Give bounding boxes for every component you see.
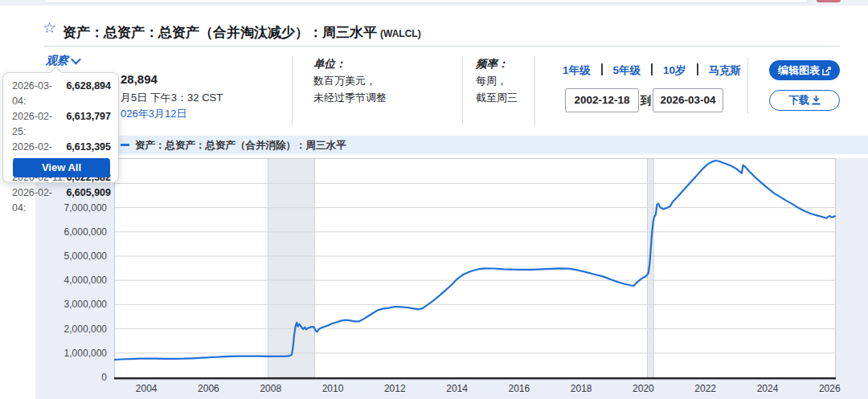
browser-bar-remnant <box>44 0 808 2</box>
range-option-1y[interactable]: 1年级 <box>563 64 591 76</box>
title-divider <box>44 46 840 47</box>
x-axis-label: 2008 <box>247 383 295 394</box>
range-separator <box>697 63 698 75</box>
next-release-link-fragment[interactable]: 026年3月12日 <box>121 107 186 121</box>
frequency-section: 频率： 每周， 截至周三 <box>476 55 518 106</box>
y-axis-label: 4,000,000 <box>35 275 107 286</box>
recession-band <box>268 158 315 377</box>
units-section: 单位： 数百万美元， 未经过季节调整 <box>313 55 387 106</box>
observation-date: 2026-02-25: <box>12 109 66 140</box>
line-chart-plot[interactable] <box>114 158 836 380</box>
y-axis-label: 6,000,000 <box>35 226 107 238</box>
range-separator <box>601 63 603 75</box>
range-option-10y[interactable]: 10岁 <box>663 64 686 76</box>
favorite-star-icon[interactable]: ☆ <box>43 20 56 36</box>
x-axis-label: 2020 <box>619 383 667 394</box>
units-line1: 数百万美元， <box>313 72 387 89</box>
y-axis-label: 0 <box>35 372 107 383</box>
units-line2: 未经过季节调整 <box>313 89 387 106</box>
observation-value: 6,605,909 <box>66 185 111 216</box>
range-option-5y[interactable]: 5年级 <box>613 64 641 76</box>
browser-red-indicator <box>817 0 841 2</box>
column-divider <box>292 56 293 125</box>
observations-popup: 2026-03-04:6,628,8942026-02-25:6,613,797… <box>2 72 119 183</box>
observation-row: 2026-02-25:6,613,797 <box>12 109 111 140</box>
x-axis-label: 2024 <box>743 383 792 394</box>
observation-rows: 2026-03-04:6,628,8942026-02-25:6,613,797… <box>12 79 111 216</box>
y-axis-label: 3,000,000 <box>35 299 107 310</box>
observation-date: 2026-03-04: <box>12 79 66 109</box>
x-axis-label: 2004 <box>122 383 170 394</box>
y-axis-label: 1,000,000 <box>35 348 107 359</box>
units-label: 单位： <box>313 55 387 72</box>
frequency-label: 频率： <box>476 55 518 72</box>
page-title: 资产：总资产：总资产（合并淘汰减少）：周三水平(WALCL) <box>63 23 421 42</box>
range-option-max[interactable]: 马克斯 <box>709 64 742 76</box>
frequency-line1: 每周， <box>476 72 518 89</box>
x-axis-label: 2010 <box>309 383 357 394</box>
legend-series-label: 资产：总资产：总资产（合并消除）：周三水平 <box>135 139 346 153</box>
edit-graph-button[interactable]: 编辑图表 <box>769 60 840 80</box>
x-axis-label: 2012 <box>371 383 419 394</box>
x-axis-label: 2018 <box>557 383 605 394</box>
column-divider <box>747 58 748 114</box>
range-separator <box>651 63 653 75</box>
y-axis-label: 5,000,000 <box>35 250 107 262</box>
browser-chrome-remnant <box>0 0 868 6</box>
series-id: (WALCL) <box>380 28 421 39</box>
observation-date: 2026-02-04: <box>12 185 66 216</box>
edit-icon <box>822 67 831 75</box>
current-value-fragment: 28,894 <box>121 72 158 86</box>
chevron-down-icon <box>71 55 81 65</box>
download-button[interactable]: 下载 <box>769 90 840 111</box>
series-title-text: 资产：总资产：总资产（合并淘汰减少）：周三水平 <box>63 25 377 40</box>
fred-series-page: ☆ 资产：总资产：总资产（合并淘汰减少）：周三水平(WALCL) 观察 28,8… <box>0 0 868 399</box>
observations-dropdown[interactable]: 观察 <box>46 54 80 68</box>
start-date-input[interactable]: 2002-12-18 <box>565 88 639 112</box>
frequency-line2: 截至周三 <box>476 89 518 106</box>
updated-timestamp-fragment: 月5日 下午3：32 CST <box>121 91 223 105</box>
popup-caret <box>50 67 63 79</box>
edit-graph-label: 编辑图表 <box>778 64 820 76</box>
column-divider <box>462 56 463 125</box>
x-axis-label: 2006 <box>184 383 232 394</box>
legend-line-swatch <box>121 144 129 146</box>
x-axis-label: 2014 <box>433 383 481 394</box>
observations-label: 观察 <box>46 54 68 67</box>
range-selector: 1年级5年级10岁马克斯 <box>563 63 741 78</box>
y-axis-label: 2,000,000 <box>35 324 107 335</box>
download-label: 下载 <box>788 94 809 106</box>
observation-row: 2026-03-04:6,628,894 <box>12 79 111 109</box>
observation-row: 2026-02-04:6,605,909 <box>12 185 111 216</box>
x-axis-label: 2026 <box>805 383 854 394</box>
download-icon <box>812 96 821 105</box>
date-to-label: 到 <box>641 94 652 108</box>
end-date-input[interactable]: 2026-03-04 <box>653 88 723 112</box>
x-axis-label: 2016 <box>495 383 543 394</box>
view-all-button[interactable]: View All <box>13 158 110 177</box>
observation-value: 6,613,797 <box>66 109 111 140</box>
chart-legend-band: 资产：总资产：总资产（合并消除）：周三水平 <box>35 136 868 154</box>
observation-value: 6,628,894 <box>66 79 111 109</box>
column-divider <box>534 56 535 125</box>
x-axis-label: 2022 <box>682 383 730 394</box>
